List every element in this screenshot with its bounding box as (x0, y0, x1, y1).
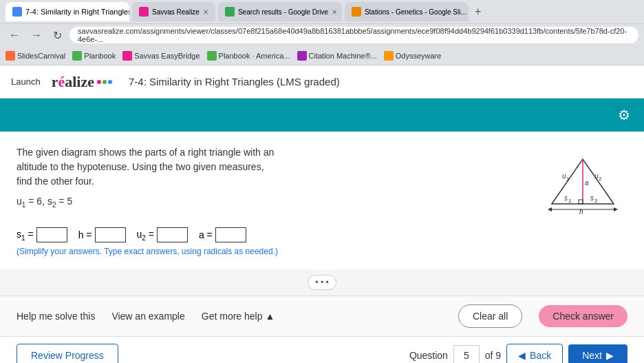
bookmark-icon-4 (207, 51, 217, 61)
app-header: Launch réalize 7-4: Similarity in Right … (0, 65, 644, 98)
given-values: u1 = 6, s2 = 5 (17, 196, 531, 209)
teal-banner: ⚙ (0, 98, 644, 132)
refresh-button[interactable]: ↻ (50, 28, 65, 43)
dots-expand-button[interactable]: • • • (308, 275, 336, 290)
triangle-diagram: u 1 u 2 a s 1 s 2 h (545, 152, 627, 216)
simplify-note: (Simplify your answers. Type exact answe… (17, 247, 627, 256)
page-title: 7-4: Similarity in Right Triangles (LMS … (129, 76, 340, 87)
tab-2[interactable]: Savvas Realize ✕ (132, 2, 215, 21)
view-example-link[interactable]: View an example (111, 311, 184, 322)
problem-left: The given diagram shows the parts of a r… (17, 145, 531, 216)
svg-text:1: 1 (566, 176, 570, 182)
tab-label-2: Savvas Realize (152, 8, 200, 16)
problem-description: The given diagram shows the parts of a r… (17, 145, 278, 189)
bookmark-odyssey[interactable]: Odysseyware (384, 51, 442, 61)
tab-label-3: Search results - Google Drive (238, 8, 328, 16)
question-number: 5 (453, 345, 480, 363)
tab-favicon-1 (12, 7, 22, 17)
s1-label: s1 = (17, 229, 34, 242)
of-total: of 9 (485, 350, 501, 361)
bookmark-label-1: SlidesCarnival (17, 52, 65, 60)
svg-text:s: s (590, 194, 594, 202)
bookmark-easybridge[interactable]: Savvas EasyBridge (122, 51, 200, 61)
main-content: The given diagram shows the parts of a r… (0, 132, 644, 269)
bookmark-label-6: Odysseyware (396, 52, 442, 60)
tab-active[interactable]: 7-4: Similarity in Right Triangles ✕ (6, 2, 129, 21)
tab-bar: 7-4: Similarity in Right Triangles ✕ Sav… (0, 0, 644, 24)
question-nav: Question 5 of 9 ◀ Back Next ▶ (409, 344, 627, 363)
back-label: Back (530, 350, 551, 361)
tab-label-1: 7-4: Similarity in Right Triangles (25, 8, 129, 16)
next-label: Next (582, 350, 602, 361)
bookmarks-bar: SlidesCarnival Planbook Savvas EasyBridg… (0, 46, 644, 65)
dots-divider: • • • (0, 269, 644, 295)
bookmark-planbook[interactable]: Planbook (72, 51, 116, 61)
address-bar: ← → ↻ savvasrealize.com/assignments/view… (0, 24, 644, 46)
new-tab-button[interactable]: + (471, 4, 484, 19)
a-input[interactable] (215, 227, 246, 242)
back-button[interactable]: ◀ Back (506, 344, 563, 363)
get-more-help-dropdown[interactable]: Get more help ▲ (202, 311, 275, 322)
logo-word: réalize (52, 73, 94, 91)
get-more-help-label: Get more help (202, 311, 263, 322)
tab-close-2[interactable]: ✕ (203, 8, 208, 16)
svg-text:s: s (564, 194, 568, 202)
tab-favicon-4 (352, 7, 361, 17)
realize-logo: réalize (52, 73, 112, 91)
bookmark-slidescarnival[interactable]: SlidesCarnival (6, 51, 65, 61)
logo-dots (97, 80, 112, 84)
check-answer-button[interactable]: Check answer (539, 305, 627, 327)
svg-text:a: a (585, 179, 589, 187)
forward-nav-button[interactable]: → (28, 28, 45, 43)
clear-all-button[interactable]: Clear all (458, 304, 522, 328)
input-row: s1 = h = u2 = a = (17, 227, 627, 242)
bookmark-citation[interactable]: Citation Machine®... (297, 51, 377, 61)
back-arrow-icon: ◀ (518, 350, 526, 361)
bookmark-icon-5 (297, 51, 307, 61)
tab-close-3[interactable]: ✕ (332, 8, 337, 16)
h-input[interactable] (95, 227, 126, 242)
review-progress-button[interactable]: Review Progress (17, 344, 118, 363)
input-group-h: h = (78, 227, 126, 242)
launch-text: Launch (11, 76, 41, 87)
input-group-s1: s1 = (17, 227, 67, 242)
dot-red (97, 80, 101, 84)
svg-marker-14 (614, 207, 618, 211)
svg-text:h: h (579, 208, 583, 214)
settings-icon[interactable]: ⚙ (618, 107, 630, 123)
u2-input[interactable] (157, 227, 188, 242)
triangle-svg: u 1 u 2 a s 1 s 2 h (545, 152, 621, 214)
tab-3[interactable]: Search results - Google Drive ✕ (218, 2, 342, 21)
footer-nav: Review Progress Question 5 of 9 ◀ Back N… (0, 336, 644, 363)
back-nav-button[interactable]: ← (6, 28, 23, 43)
browser-chrome: 7-4: Similarity in Right Triangles ✕ Sav… (0, 0, 644, 65)
bottom-toolbar: Help me solve this View an example Get m… (0, 295, 644, 336)
help-me-solve-link[interactable]: Help me solve this (17, 311, 95, 322)
dot-blue (108, 80, 112, 84)
svg-text:2: 2 (599, 176, 602, 182)
bookmark-icon-6 (384, 51, 394, 61)
input-group-u2: u2 = (137, 227, 188, 242)
url-text: savvasrealize.com/assignments/viewer/cla… (78, 27, 630, 43)
bookmark-planbook-america[interactable]: Planbook · America... (207, 51, 290, 61)
next-button[interactable]: Next ▶ (568, 344, 627, 363)
bookmark-label-2: Planbook (84, 52, 116, 60)
chevron-up-icon: ▲ (265, 311, 275, 322)
bookmark-icon-1 (6, 51, 15, 61)
a-label: a = (199, 229, 213, 240)
svg-text:2: 2 (594, 198, 598, 204)
u2-label: u2 = (137, 229, 154, 242)
question-label: Question (409, 350, 448, 361)
s1-input[interactable] (36, 227, 67, 242)
bookmark-label-5: Citation Machine®... (309, 52, 377, 60)
svg-text:1: 1 (568, 198, 572, 204)
svg-marker-13 (548, 207, 552, 211)
bookmark-label-4: Planbook · America... (219, 52, 290, 60)
bookmark-icon-3 (122, 51, 132, 61)
url-field[interactable]: savvasrealize.com/assignments/viewer/cla… (69, 27, 638, 43)
input-group-a: a = (199, 227, 246, 242)
tab-label-4: Stations - Genetics - Google Sli... (365, 8, 466, 16)
h-label: h = (78, 229, 92, 240)
tab-4[interactable]: Stations - Genetics - Google Sli... ✕ (345, 2, 469, 21)
bookmark-label-3: Savvas EasyBridge (134, 52, 200, 60)
